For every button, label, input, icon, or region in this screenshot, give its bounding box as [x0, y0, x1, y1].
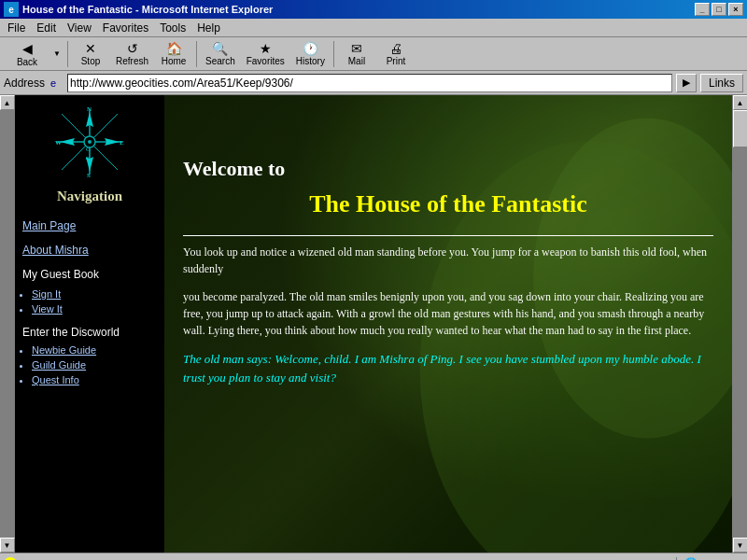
- print-icon: 🖨: [389, 42, 402, 55]
- favorites-icon: ★: [260, 42, 272, 55]
- scroll-down-outer[interactable]: ▼: [0, 538, 15, 553]
- nav-newbie-guide[interactable]: Newbie Guide: [32, 344, 157, 356]
- status-bar: ⚠ Done, but with errors on page. 🌐 Inter…: [0, 553, 747, 560]
- nav-discworld-title: Enter the Discworld: [22, 326, 157, 339]
- main-content: ✕ Click Here to Visit Our Sponsor Welcom…: [164, 95, 732, 553]
- scroll-up-outer[interactable]: ▲: [0, 95, 15, 110]
- menu-tools[interactable]: Tools: [154, 20, 191, 36]
- close-btn[interactable]: ×: [728, 3, 743, 16]
- nav-discworld-list: Newbie Guide Guild Guide Quest Info: [22, 344, 157, 389]
- search-button[interactable]: 🔍 Search: [201, 39, 240, 69]
- content-body: Welcome to The House of the Fantastic Yo…: [164, 147, 732, 405]
- body-paragraph-2: you become paralyzed. The old man smiles…: [183, 288, 713, 339]
- title-bar: e House of the Fantastic - Microsoft Int…: [0, 0, 747, 19]
- home-icon: 🏠: [166, 42, 182, 55]
- stop-button[interactable]: ✕ Stop: [72, 39, 109, 69]
- menu-favorites[interactable]: Favorites: [97, 20, 154, 36]
- back-button[interactable]: ◀ Back: [4, 39, 50, 69]
- page-icon: e: [49, 76, 63, 91]
- nav-title: Navigation: [57, 189, 122, 204]
- nav-about-mishra[interactable]: About Mishra: [22, 244, 157, 257]
- svg-text:G: G: [86, 155, 91, 162]
- nav-btn-group: ◀ Back ▼: [4, 39, 63, 69]
- favorites-button[interactable]: ★ Favorites: [242, 39, 289, 69]
- nav-view-it[interactable]: View It: [32, 303, 157, 315]
- scroll-thumb[interactable]: [733, 110, 748, 147]
- menu-bar: File Edit View Favorites Tools Help: [0, 19, 747, 37]
- forward-button[interactable]: ▼: [50, 39, 63, 69]
- refresh-button[interactable]: ↺ Refresh: [111, 39, 153, 69]
- title-bar-buttons: _ □ ×: [695, 3, 743, 16]
- content-inner: Welcome to The House of the Fantastic Yo…: [183, 147, 713, 386]
- refresh-icon: ↺: [127, 42, 138, 55]
- search-icon: 🔍: [212, 42, 228, 55]
- npc-speech: The old man says: Welcome, child. I am M…: [183, 350, 713, 386]
- sep1: [67, 41, 68, 67]
- svg-text:S: S: [87, 172, 91, 179]
- nav-guest-book-list: Sign It View It: [22, 288, 157, 318]
- window-title: House of the Fantastic - Microsoft Inter…: [22, 4, 273, 15]
- history-button[interactable]: 🕐 History: [291, 39, 330, 69]
- menu-file[interactable]: File: [2, 20, 31, 36]
- menu-help[interactable]: Help: [191, 20, 226, 36]
- back-icon: ◀: [22, 41, 33, 56]
- stop-icon: ✕: [85, 42, 96, 55]
- welcome-heading: Welcome to: [183, 147, 713, 181]
- svg-text:N: N: [87, 105, 92, 113]
- toolbar: ◀ Back ▼ ✕ Stop ↺ Refresh 🏠 Home 🔍 Searc…: [0, 37, 747, 71]
- svg-text:e: e: [50, 77, 56, 89]
- content-divider: [183, 235, 713, 236]
- svg-text:G: G: [86, 146, 91, 153]
- right-scrollbar[interactable]: ▲ ▼: [732, 95, 747, 553]
- mail-button[interactable]: ✉ Mail: [338, 39, 375, 69]
- forward-icon: ▼: [53, 49, 61, 58]
- warning-icon: ⚠: [4, 557, 17, 561]
- address-label: Address: [4, 77, 45, 90]
- maximize-btn[interactable]: □: [712, 3, 726, 16]
- minimize-btn[interactable]: _: [695, 3, 710, 16]
- browser-content: ▲ ▼ N S: [0, 95, 747, 553]
- nav-quest-info[interactable]: Quest Info: [32, 374, 157, 385]
- body-paragraph-1: You look up and notice a wizened old man…: [183, 244, 713, 277]
- scroll-track: [733, 110, 748, 538]
- site-title: The House of the Fantastic: [183, 181, 713, 228]
- address-input[interactable]: [70, 77, 669, 90]
- outer-scrollbar[interactable]: ▲ ▼: [0, 95, 15, 553]
- ie-icon: e: [4, 2, 19, 17]
- svg-text:W: W: [55, 139, 62, 147]
- go-button[interactable]: ▶: [676, 74, 697, 92]
- mail-icon: ✉: [351, 42, 362, 55]
- nav-main-page[interactable]: Main Page: [22, 219, 157, 232]
- sep3: [333, 41, 334, 67]
- scroll-up-btn[interactable]: ▲: [733, 95, 748, 110]
- scroll-down-btn[interactable]: ▼: [733, 538, 748, 553]
- sep2: [196, 41, 197, 67]
- svg-point-12: [88, 140, 92, 144]
- print-button[interactable]: 🖨 Print: [377, 39, 415, 69]
- address-bar: Address e ▶ Links: [0, 71, 747, 95]
- links-button[interactable]: Links: [700, 74, 743, 92]
- home-button[interactable]: 🏠 Home: [155, 39, 192, 69]
- svg-text:E: E: [120, 139, 124, 147]
- menu-view[interactable]: View: [62, 20, 97, 36]
- history-icon: 🕐: [303, 42, 318, 55]
- nav-panel: N S W E G G Navigation Main Page About M…: [15, 95, 164, 553]
- nav-guest-book-title: My Guest Book: [22, 268, 157, 281]
- back-label: Back: [17, 57, 37, 67]
- compass-logo: N S W E G G: [52, 105, 127, 179]
- nav-sign-it[interactable]: Sign It: [32, 288, 157, 300]
- address-input-container[interactable]: [67, 74, 672, 92]
- nav-guild-guide[interactable]: Guild Guide: [32, 359, 157, 371]
- menu-edit[interactable]: Edit: [31, 20, 62, 36]
